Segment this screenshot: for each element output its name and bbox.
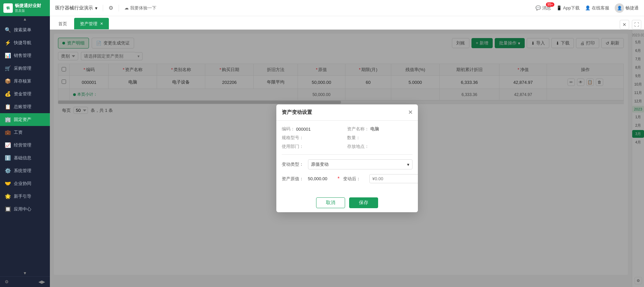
app-center-icon: 🔲 <box>5 206 11 212</box>
modal-code-value: 000001 <box>296 127 311 132</box>
sidebar-item-guide[interactable]: 🌟 新手引导 <box>0 190 50 203</box>
sidebar-item-system[interactable]: ⚙️ 系统管理 <box>0 164 50 177</box>
sidebar-item-label: 采购管理 <box>14 65 31 71</box>
modal-info-grid: 编码： 000001 资产名称： 电脑 规格型号： 数量： <box>282 126 412 155</box>
purchase-icon: 🛒 <box>5 65 11 71</box>
messages-badge: 99+ <box>546 2 554 7</box>
sidebar-item-basic[interactable]: ℹ️ 基础信息 <box>0 152 50 164</box>
modal-department-item: 使用部门： <box>282 144 347 150</box>
company-selector[interactable]: 医疗器械行业演示 ▾ <box>55 5 97 11</box>
online-service-label: 在线客服 <box>592 5 609 11</box>
username: 畅捷通 <box>625 5 639 11</box>
original-value: 50,000.00 <box>308 176 335 181</box>
tab-asset[interactable]: 资产管理 ✕ <box>74 18 109 29</box>
modal-department-label: 使用部门： <box>282 144 304 150</box>
modal-overlay: 资产变动设置 ✕ 编码： 000001 资产名称： 电脑 <box>50 30 644 287</box>
chevron-down-icon: ▾ <box>407 162 409 167</box>
download-icon: 📱 <box>556 5 562 10</box>
tab-close-button[interactable]: ✕ <box>620 20 629 29</box>
sidebar-item-label: 工资 <box>14 129 23 135</box>
sidebar-item-label: 系统管理 <box>14 168 31 174</box>
avatar: 👤 <box>615 3 624 13</box>
search-icon: 🔍 <box>5 27 11 33</box>
sidebar-item-sales[interactable]: 📊 销售管理 <box>0 49 50 62</box>
topbar-right: 💬 消息 99+ 📱 App下载 👤 在线客服 👤 畅捷通 <box>535 3 639 13</box>
settings-icon[interactable]: ⚙ <box>5 279 9 284</box>
sidebar-item-ledger[interactable]: 📋 总账管理 <box>0 100 50 113</box>
modal-title: 资产变动设置 <box>282 109 312 116</box>
sales-icon: 📊 <box>5 53 11 59</box>
required-star: * <box>338 176 340 182</box>
modal-location-label: 存放地点： <box>347 144 369 150</box>
value-row: 资产原值： 50,000.00 * 变动后： <box>282 174 412 183</box>
system-icon: ⚙️ <box>5 168 11 174</box>
main-area: 医疗器械行业演示 ▾ ⚙ ☁ 我要体验一下 💬 消息 99+ 📱 App下载 👤… <box>50 0 644 287</box>
modal-spec-item: 规格型号： <box>282 135 347 141</box>
modal-quantity-item: 数量： <box>347 135 412 141</box>
sidebar-item-inventory[interactable]: 📦 库存核算 <box>0 75 50 88</box>
sidebar-item-search[interactable]: 🔍 搜索菜单 <box>0 24 50 36</box>
content-area: 资产明细 📄 变更生成凭证 刘账 + 新增 批量 <box>50 30 644 287</box>
collapse-icon[interactable]: ◀▶ <box>38 279 45 284</box>
experience-button[interactable]: ☁ 我要体验一下 <box>124 5 156 11</box>
modal-name-value: 电脑 <box>370 126 379 132</box>
sidebar: 畅 畅捷通好业财 普及版 ▲ 🔍 搜索菜单 ⚡ 快捷导航 📊 销售管理 🛒 采购… <box>0 0 50 287</box>
save-button[interactable]: 保存 <box>349 197 378 208</box>
message-icon: 💬 <box>535 5 541 10</box>
sidebar-nav: 🔍 搜索菜单 ⚡ 快捷导航 📊 销售管理 🛒 采购管理 📦 库存核算 💰 资金管… <box>0 22 50 270</box>
sidebar-item-operations[interactable]: 📈 经营管理 <box>0 139 50 152</box>
nav-icon: ⚡ <box>5 40 11 46</box>
app-name-block: 畅捷通好业财 普及版 <box>15 3 41 13</box>
online-service-button[interactable]: 👤 在线客服 <box>585 5 609 11</box>
tab-expand-button[interactable]: ⛶ <box>632 20 641 29</box>
collab-icon: 🤝 <box>5 181 11 187</box>
topbar-divider <box>103 5 103 11</box>
sidebar-item-fixed-asset[interactable]: 🏢 固定资产 <box>0 113 50 126</box>
guide-icon: 🌟 <box>5 193 11 199</box>
settings-button[interactable]: ⚙ <box>109 5 113 11</box>
inventory-icon: 📦 <box>5 78 11 84</box>
tabbar: 首页 资产管理 ✕ ✕ ⛶ <box>50 16 644 30</box>
tab-home[interactable]: 首页 <box>53 18 73 29</box>
app-edition: 普及版 <box>15 8 41 13</box>
modal-header: 资产变动设置 ✕ <box>276 104 418 121</box>
tab-asset-label: 资产管理 <box>80 21 97 27</box>
change-after-input[interactable] <box>369 174 418 183</box>
finance-icon: 💰 <box>5 91 11 97</box>
tab-close-icon[interactable]: ✕ <box>100 22 103 26</box>
sidebar-item-app-center[interactable]: 🔲 应用中心 <box>0 203 50 216</box>
change-after-label: 变动后： <box>343 176 367 182</box>
cloud-icon: ☁ <box>124 5 129 10</box>
sidebar-scroll-up[interactable]: ▲ <box>0 16 50 22</box>
sidebar-item-collab[interactable]: 🤝 企业协同 <box>0 177 50 190</box>
sidebar-item-label: 固定资产 <box>14 117 31 123</box>
topbar: 医疗器械行业演示 ▾ ⚙ ☁ 我要体验一下 💬 消息 99+ 📱 App下载 👤… <box>50 0 644 16</box>
sidebar-scroll-down[interactable]: ▼ <box>0 270 50 276</box>
modal-spec-label: 规格型号： <box>282 135 304 141</box>
modal-body: 编码： 000001 资产名称： 电脑 规格型号： 数量： <box>276 121 418 193</box>
sidebar-item-purchase[interactable]: 🛒 采购管理 <box>0 62 50 75</box>
sidebar-item-nav[interactable]: ⚡ 快捷导航 <box>0 36 50 49</box>
tabbar-actions: ✕ ⛶ <box>620 20 641 29</box>
ledger-icon: 📋 <box>5 104 11 110</box>
user-profile[interactable]: 👤 畅捷通 <box>615 3 639 13</box>
asset-change-modal: 资产变动设置 ✕ 编码： 000001 资产名称： 电脑 <box>276 104 418 212</box>
operations-icon: 📈 <box>5 142 11 148</box>
sidebar-item-label: 库存核算 <box>14 78 31 84</box>
chevron-down-icon: ▾ <box>95 5 97 11</box>
messages-button[interactable]: 💬 消息 99+ <box>535 5 551 11</box>
sidebar-item-finance[interactable]: 💰 资金管理 <box>0 88 50 100</box>
modal-location-item: 存放地点： <box>347 144 412 150</box>
cancel-button[interactable]: 取消 <box>316 197 345 208</box>
change-type-row: 变动类型： 原值变动 ▾ <box>282 159 412 169</box>
sidebar-item-label: 销售管理 <box>14 53 31 59</box>
sidebar-item-label: 快捷导航 <box>14 40 31 46</box>
app-download-button[interactable]: 📱 App下载 <box>556 5 580 11</box>
sidebar-header: 畅 畅捷通好业财 普及版 <box>0 0 50 16</box>
payroll-icon: 💼 <box>5 129 11 135</box>
sidebar-item-payroll[interactable]: 💼 工资 <box>0 126 50 139</box>
change-type-select[interactable]: 原值变动 ▾ <box>308 159 412 169</box>
modal-name-label: 资产名称： <box>347 126 369 132</box>
sidebar-item-label: 总账管理 <box>14 104 31 110</box>
modal-close-button[interactable]: ✕ <box>408 109 412 116</box>
